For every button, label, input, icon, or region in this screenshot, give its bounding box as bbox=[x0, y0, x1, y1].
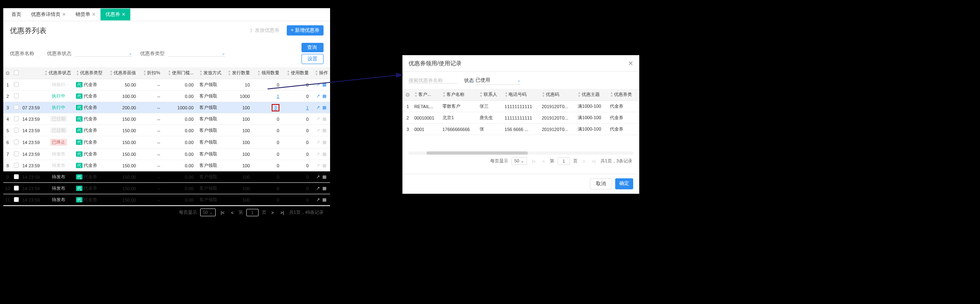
sort-icon[interactable] bbox=[505, 91, 508, 98]
per-page-select[interactable]: 50 ⌄ bbox=[200, 209, 216, 216]
modal-table-row[interactable]: 3 0001 17666666666 张 156 6666 ... 201912… bbox=[403, 124, 639, 135]
modal-col-header[interactable]: 优惠主题 bbox=[576, 89, 608, 101]
modal-last-page[interactable]: >| bbox=[590, 159, 597, 164]
close-icon[interactable]: ✕ bbox=[62, 12, 66, 17]
modal-table-row[interactable]: 1 RETAIL... 零散客户 张三 11111111111 2019120T… bbox=[403, 101, 639, 112]
table-row[interactable]: 5 14 23:59 已过期 代代金券 150.00 -- 0.00 客户领取 … bbox=[3, 125, 330, 136]
col-header[interactable]: 折扣% bbox=[140, 67, 164, 79]
sort-icon[interactable] bbox=[257, 70, 261, 76]
prev-page-button[interactable]: < bbox=[229, 210, 235, 215]
row-checkbox[interactable] bbox=[14, 163, 19, 168]
tab-销货单[interactable]: 销货单✕ bbox=[71, 9, 100, 20]
col-header[interactable]: 发行数量 bbox=[224, 67, 254, 79]
modal-col-header[interactable]: 优惠券类 bbox=[608, 89, 639, 101]
search-input[interactable] bbox=[409, 78, 470, 83]
qr-icon[interactable]: ▦ bbox=[322, 93, 326, 99]
col-header[interactable]: 操作 bbox=[313, 67, 330, 79]
confirm-button[interactable]: 确定 bbox=[615, 178, 633, 189]
table-row[interactable]: 6 14 23:59 已终止 代代金券 150.00 -- 0.00 客户领取 … bbox=[3, 136, 330, 149]
table-row[interactable]: 2 执行中 代代金券 100.00 -- 0.00 客户领取 1000 1 0 … bbox=[3, 91, 330, 102]
horizontal-scrollbar[interactable] bbox=[409, 151, 633, 155]
modal-status-select[interactable]: 已使用⌄ bbox=[475, 76, 520, 85]
claimed-link[interactable]: 1 bbox=[277, 94, 279, 99]
sort-icon[interactable] bbox=[315, 70, 318, 76]
modal-page-input[interactable]: 1 bbox=[558, 158, 570, 165]
sort-icon[interactable] bbox=[287, 70, 290, 76]
modal-col-header[interactable]: 客户... bbox=[413, 89, 441, 101]
modal-col-header[interactable]: 优惠码 bbox=[540, 89, 576, 101]
col-header[interactable]: 使用门槛... bbox=[164, 67, 198, 79]
sort-icon[interactable] bbox=[542, 91, 545, 98]
sort-icon[interactable] bbox=[76, 70, 79, 76]
sort-icon[interactable] bbox=[228, 70, 231, 76]
row-checkbox[interactable] bbox=[14, 105, 19, 110]
sort-icon[interactable] bbox=[414, 91, 417, 98]
query-button[interactable]: 查询 bbox=[301, 43, 324, 52]
external-link-icon[interactable]: ↗ bbox=[316, 82, 320, 87]
sort-icon[interactable] bbox=[143, 70, 146, 76]
modal-next-page[interactable]: > bbox=[581, 159, 587, 164]
row-checkbox[interactable] bbox=[14, 82, 19, 87]
table-row[interactable]: 3 07 23:59 执行中 代代金券 200.00 -- 1000.00 客户… bbox=[3, 102, 330, 113]
sort-icon[interactable] bbox=[45, 70, 48, 76]
qr-icon[interactable]: ▦ bbox=[322, 105, 326, 110]
cancel-button[interactable]: 取消 bbox=[590, 178, 612, 189]
modal-col-header[interactable]: 联系人 bbox=[478, 89, 503, 101]
gear-icon[interactable]: ⚙ bbox=[5, 70, 10, 76]
close-icon[interactable]: ✕ bbox=[122, 12, 125, 17]
modal-col-header[interactable]: 电话号码 bbox=[503, 89, 540, 101]
modal-prev-page[interactable]: < bbox=[541, 159, 547, 164]
col-header[interactable]: 优惠券面值 bbox=[106, 67, 140, 79]
external-link-icon[interactable]: ↗ bbox=[316, 105, 320, 110]
close-icon[interactable]: ✕ bbox=[628, 60, 633, 67]
table-row[interactable]: 11 14 23:59 待发布 代代金券 150.00 -- 0.00 客户领取… bbox=[3, 194, 330, 206]
row-checkbox[interactable] bbox=[14, 151, 19, 156]
col-header[interactable]: 优惠券类型 bbox=[74, 67, 106, 79]
sort-icon[interactable] bbox=[199, 70, 203, 76]
external-link-icon[interactable]: ↗ bbox=[316, 93, 320, 99]
sort-icon[interactable] bbox=[610, 91, 613, 98]
row-checkbox[interactable] bbox=[14, 174, 19, 179]
tab-首页[interactable]: 首页 bbox=[7, 9, 26, 20]
table-row[interactable]: 10 14 23:59 待发布 代代金券 150.00 -- 0.00 客户领取… bbox=[3, 183, 330, 194]
first-page-button[interactable]: |< bbox=[219, 210, 226, 215]
row-checkbox[interactable] bbox=[14, 186, 19, 191]
sort-icon[interactable] bbox=[109, 70, 113, 76]
sort-icon[interactable] bbox=[442, 91, 446, 98]
select-all-checkbox[interactable] bbox=[14, 70, 19, 75]
used-link[interactable]: 1 bbox=[306, 105, 308, 110]
filter-name-input[interactable] bbox=[38, 50, 39, 58]
table-row[interactable]: 4 14 23:59 已过期 代代金券 150.00 -- 0.00 客户领取 … bbox=[3, 113, 330, 125]
sort-icon[interactable] bbox=[168, 70, 171, 76]
table-row[interactable]: 1 待执行 代代金券 50.00 -- 0.00 客户领取 10 0 0 ↗▦ bbox=[3, 79, 330, 91]
filter-status-select[interactable]: ⌄ bbox=[75, 50, 132, 57]
row-checkbox[interactable] bbox=[14, 116, 19, 121]
col-header[interactable]: 发放方式 bbox=[198, 67, 225, 79]
row-checkbox[interactable] bbox=[14, 128, 19, 133]
table-row[interactable]: 9 14 23:59 待发布 代代金券 150.00 -- 0.00 客户领取 … bbox=[3, 171, 330, 183]
modal-per-page-select[interactable]: 50 ⌄ bbox=[511, 157, 527, 165]
col-header[interactable]: 领用数量 bbox=[254, 67, 284, 79]
table-row[interactable]: 8 14 23:59 待发布 代代金券 150.00 -- 0.00 客户领取 … bbox=[3, 160, 330, 171]
claimed-link[interactable]: 3 bbox=[272, 104, 279, 111]
filter-type-select[interactable]: ⌄ bbox=[168, 50, 225, 57]
tab-优惠券[interactable]: 优惠券✕ bbox=[100, 9, 130, 20]
add-coupon-button[interactable]: + 新增优惠券 bbox=[287, 25, 324, 36]
settings-button[interactable]: 设置 bbox=[301, 54, 324, 64]
row-checkbox[interactable] bbox=[14, 93, 19, 98]
next-page-button[interactable]: > bbox=[270, 210, 275, 215]
gear-icon[interactable]: ⚙ bbox=[405, 92, 410, 98]
row-checkbox[interactable] bbox=[14, 197, 19, 202]
row-checkbox[interactable] bbox=[14, 140, 19, 144]
sort-icon[interactable] bbox=[578, 91, 581, 98]
sort-icon[interactable] bbox=[480, 91, 483, 98]
page-input[interactable]: 1 bbox=[246, 209, 259, 216]
close-icon[interactable]: ✕ bbox=[92, 12, 96, 17]
col-header[interactable]: 优惠券状态 bbox=[43, 67, 74, 79]
modal-col-header[interactable]: 客户名称 bbox=[441, 89, 478, 101]
tab-优惠券详情页[interactable]: 优惠券详情页✕ bbox=[26, 9, 71, 20]
qr-icon[interactable]: ▦ bbox=[322, 82, 326, 87]
modal-table-row[interactable]: 2 00010001 北京1 唐先生 11111111111 2019120T0… bbox=[403, 112, 639, 124]
table-row[interactable]: 7 14 23:59 待发布 代代金券 150.00 -- 0.00 客户领取 … bbox=[3, 149, 330, 160]
modal-search[interactable]: ⌕ bbox=[409, 78, 458, 84]
